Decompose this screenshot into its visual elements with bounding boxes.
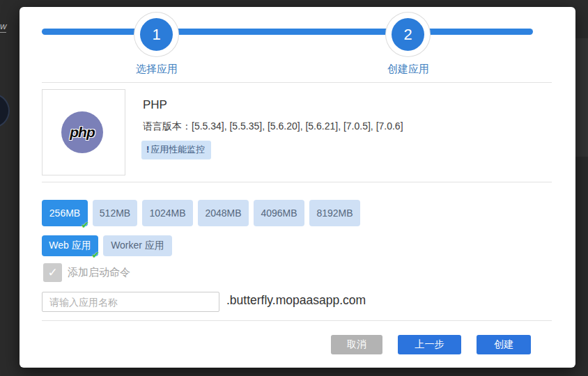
divider [42,182,552,182]
divider [42,320,552,321]
app-type-worker[interactable]: Worker 应用 [103,235,172,256]
dialog-footer: 取消 上一步 创建 [331,335,531,354]
memory-option-4096mb[interactable]: 4096MB [254,200,304,226]
memory-option-1024mb[interactable]: 1024MB [142,200,193,226]
previous-step-button[interactable]: 上一步 [398,335,461,354]
background-avatar-fragment [0,95,8,127]
domain-suffix: .butterfly.mopaasapp.com [226,293,366,308]
cancel-button[interactable]: 取消 [331,335,382,354]
selected-check-icon: ✔ [91,249,100,260]
app-name-title: PHP [143,98,167,112]
php-logo-icon: php [61,111,103,153]
check-icon: ✓ [47,265,57,280]
memory-option-8192mb[interactable]: 8192MB [309,200,360,226]
memory-option-2048mb[interactable]: 2048MB [198,200,249,226]
create-app-dialog: 1 2 选择应用 创建应用 php PHP 语言版本：[5.5.34], [5.… [20,7,575,368]
step-1-circle[interactable]: 1 [140,18,173,51]
step-2-label: 创建应用 [366,63,450,76]
app-type-label: Worker 应用 [111,240,164,252]
app-language-versions: 语言版本：[5.5.34], [5.5.35], [5.6.20], [5.6.… [143,120,403,133]
memory-option-label: 256MB [49,207,80,219]
selected-check-icon: ✔ [81,219,89,230]
step-2-circle[interactable]: 2 [392,18,424,51]
create-button[interactable]: 创建 [477,335,531,354]
memory-option-512mb[interactable]: 512MB [93,200,137,226]
memory-option-256mb[interactable]: 256MB ✔ [42,200,88,226]
memory-option-label: 1024MB [149,207,185,219]
memory-option-label: 512MB [100,207,130,219]
memory-option-label: 2048MB [205,207,241,219]
startup-command-label: 添加启动命令 [68,266,130,279]
divider [42,82,552,83]
memory-option-label: 8192MB [316,207,353,219]
app-type-label: Web 应用 [49,240,91,252]
startup-command-checkbox[interactable]: ✓ [43,263,62,282]
step-1-label: 选择应用 [115,63,199,76]
performance-monitor-badge: !应用性能监控 [141,141,211,159]
memory-option-label: 4096MB [261,207,297,219]
background-panel-fragment [575,38,588,157]
stepper-progress-bar [42,29,533,35]
selected-app-card: php [42,89,125,175]
php-logo-text: php [70,124,94,141]
background-text-fragment: w [0,21,6,33]
app-name-input[interactable] [42,292,219,312]
performance-monitor-label: 应用性能监控 [150,144,205,155]
monitor-icon: ! [146,144,149,155]
app-type-web[interactable]: Web 应用 ✔ [42,235,98,256]
